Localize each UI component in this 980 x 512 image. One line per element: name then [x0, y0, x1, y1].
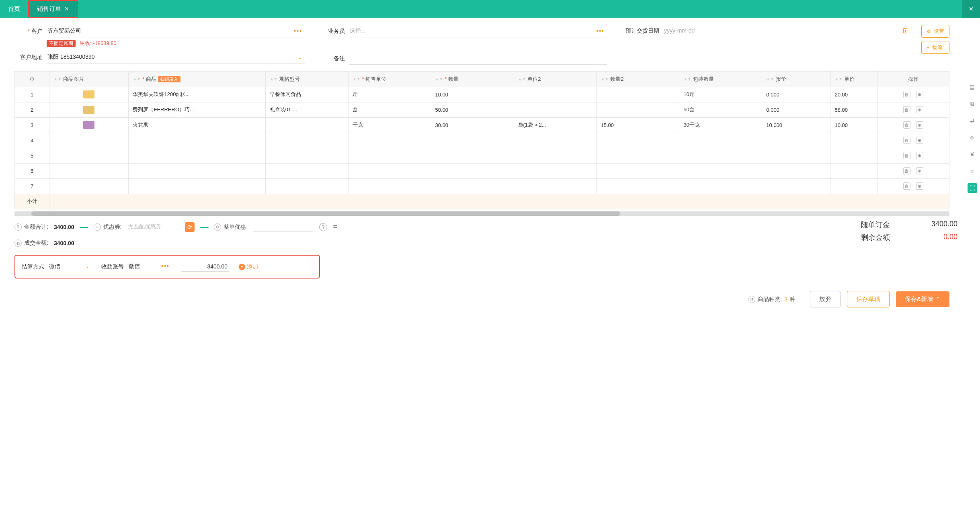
sort-icon[interactable]: ▲▼ [353, 78, 361, 80]
table-row[interactable]: 7 🗑⊕ [15, 178, 949, 194]
minus-icon: — [80, 222, 88, 231]
table-header-row: ⚙ ▲▼商品图片 ▲▼*商品扫码录入 ▲▼规格型号 ▲▼*销售单位 ▲▼*数量 … [15, 72, 949, 87]
chevron-down-icon: ⌄ [85, 263, 90, 269]
help-icon[interactable]: ? [319, 223, 327, 231]
deal-icon: ◐ [14, 240, 22, 247]
sort-icon[interactable]: ▲▼ [435, 78, 443, 80]
tab-close-icon[interactable]: ✕ [64, 6, 69, 12]
tab-sales-order[interactable]: 销售订单 ✕ [28, 0, 78, 18]
delete-icon[interactable]: 🗑 [903, 137, 910, 144]
save-draft-button[interactable]: 保存草稿 [847, 291, 890, 307]
deal-amount: 3400.00 [54, 240, 74, 246]
delete-icon[interactable]: 🗑 [903, 152, 910, 159]
tag-icon: ◔ [748, 296, 755, 303]
sort-icon[interactable]: ▲▼ [53, 78, 62, 80]
more-dots-icon[interactable]: ••• [596, 28, 605, 34]
billing-cycle-badge: 不固定账期 [47, 40, 76, 47]
table-row[interactable]: 4 🗑⊕ [15, 133, 949, 148]
link-icon[interactable]: ⧉ [968, 99, 977, 109]
discount-icon: ⊘ [214, 223, 221, 231]
coupon-input[interactable]: 无匹配优惠券 [127, 221, 179, 232]
user-icon[interactable]: ☺ [968, 133, 977, 142]
address-label: 客户地址 [14, 54, 43, 61]
refresh-icon[interactable]: ⟳ [185, 222, 195, 232]
money-icon[interactable]: ¥ [968, 150, 977, 159]
sort-icon[interactable]: ▲▼ [766, 78, 774, 80]
receivable-text: 应收: -18639.80 [80, 40, 117, 46]
items-table: ⚙ ▲▼商品图片 ▲▼*商品扫码录入 ▲▼规格型号 ▲▼*销售单位 ▲▼*数量 … [14, 71, 949, 209]
customer-input[interactable]: 昕东贸易公司 ••• [47, 25, 305, 37]
logistics-button[interactable]: +物流 [921, 41, 949, 54]
table-row[interactable]: 3 火龙果千克30.00 袋(1袋 ≈ 2...15.0030千克10.0001… [15, 117, 949, 133]
payment-account-select[interactable]: 微信••• [127, 261, 171, 272]
sort-icon[interactable]: ▲▼ [270, 78, 278, 80]
total-amount: 3400.00 [54, 224, 74, 230]
more-dots-icon: ••• [161, 263, 170, 269]
tab-bar: 首页 销售订单 ✕ ✕ [0, 0, 980, 18]
plus-circle-icon: + [239, 264, 245, 270]
gear-icon: ⚙ [927, 29, 931, 35]
calendar-icon[interactable]: 🗓 [902, 27, 909, 35]
discard-button[interactable]: 放弃 [810, 291, 841, 307]
settings-button[interactable]: ⚙设置 [921, 25, 949, 38]
table-row[interactable]: 2 费列罗（FERRERO）巧...礼盒装01-...盒50.00 50盒0.0… [15, 102, 949, 117]
sort-icon[interactable]: ▲▼ [518, 78, 526, 80]
add-row-icon[interactable]: ⊕ [916, 152, 923, 159]
equals-icon: = [333, 222, 338, 231]
add-payment-button[interactable]: +添加 [239, 263, 258, 270]
gear-icon[interactable]: ⚙ [30, 76, 35, 82]
save-new-button[interactable]: 保存&新增 ⌃ [896, 291, 949, 307]
sort-icon[interactable]: ▲▼ [133, 78, 141, 80]
tab-home[interactable]: 首页 [0, 0, 28, 18]
salesperson-input[interactable]: 选择... ••• [349, 25, 607, 37]
right-toolbar: ▤ ⧉ ⇄ ☺ ¥ ☆ ⛶ [964, 18, 980, 312]
add-row-icon[interactable]: ⊕ [916, 182, 923, 190]
notes-icon[interactable]: ▤ [968, 82, 977, 92]
delete-icon[interactable]: 🗑 [903, 121, 910, 129]
add-row-icon[interactable]: ⊕ [916, 91, 923, 98]
payment-amount-input[interactable]: 3400.00 [181, 262, 229, 272]
add-row-icon[interactable]: ⊕ [916, 106, 923, 113]
discount-input[interactable] [253, 222, 314, 232]
chevron-down-icon[interactable]: ⌄ [297, 54, 302, 60]
scan-badge[interactable]: 扫码录入 [158, 76, 180, 82]
footer-bar: ◔商品种类: 3 种 放弃 保存草稿 保存&新增 ⌃ [2, 286, 962, 312]
chevron-up-icon: ⌃ [935, 296, 941, 303]
payment-method-label: 结算方式 [22, 263, 44, 270]
horizontal-scrollbar[interactable] [14, 211, 949, 216]
coupon-icon: ☺ [94, 223, 101, 231]
currency-icon: ¥ [14, 223, 22, 231]
table-row[interactable]: 1 华美华夫软饼1200g 糕...早餐休闲食品斤10.00 10斤0.0002… [15, 87, 949, 102]
form-header: *客户 昕东贸易公司 ••• 不固定账期 应收: -18639.80 客户地址 … [2, 23, 962, 69]
customer-label: *客户 [14, 28, 43, 35]
add-row-icon[interactable]: ⊕ [916, 167, 923, 174]
subtotal-label: 小计 [15, 194, 49, 209]
plus-icon: + [927, 45, 930, 51]
close-panel-icon[interactable]: ✕ [962, 0, 980, 18]
payment-account-label: 收款账号 [101, 263, 124, 270]
remark-label: 备注 [317, 55, 345, 62]
transfer-icon[interactable]: ⇄ [968, 116, 977, 125]
delete-icon[interactable]: 🗑 [903, 106, 910, 113]
star-icon[interactable]: ☆ [968, 166, 977, 176]
minus-icon: — [200, 222, 208, 231]
expand-icon[interactable]: ⛶ [968, 183, 977, 193]
sort-icon[interactable]: ▲▼ [834, 78, 843, 80]
sort-icon[interactable]: ▲▼ [683, 78, 691, 80]
remark-input[interactable] [349, 53, 607, 65]
delivery-date-label: 预计交货日期 [619, 27, 659, 35]
table-row[interactable]: 5 🗑⊕ [15, 148, 949, 163]
payment-method-select[interactable]: 微信⌄ [47, 261, 92, 272]
add-row-icon[interactable]: ⊕ [916, 137, 923, 144]
table-row[interactable]: 6 🗑⊕ [15, 163, 949, 178]
delete-icon[interactable]: 🗑 [903, 91, 910, 98]
delivery-date-input[interactable]: yyyy-mm-dd [663, 25, 898, 37]
sort-icon[interactable]: ▲▼ [601, 78, 609, 80]
address-input[interactable]: 张阳 18513400390 ⌄ [47, 51, 305, 63]
side-totals: 随单订金3400.00 剩余金额0.00 [861, 216, 962, 246]
delete-icon[interactable]: 🗑 [903, 182, 910, 190]
delete-icon[interactable]: 🗑 [903, 167, 910, 174]
payment-section: 结算方式 微信⌄ 收款账号 微信••• 3400.00 +添加 [14, 255, 320, 279]
add-row-icon[interactable]: ⊕ [916, 121, 923, 129]
more-dots-icon[interactable]: ••• [294, 28, 302, 34]
